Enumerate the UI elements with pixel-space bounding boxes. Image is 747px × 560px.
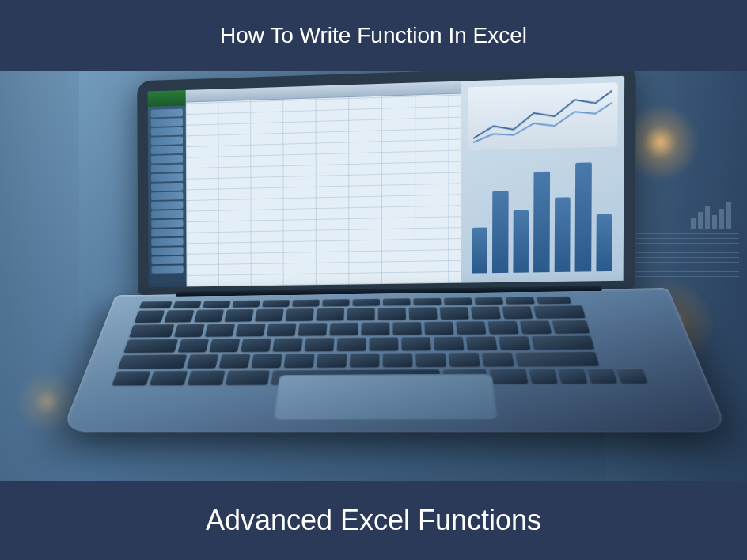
laptop-illustration	[109, 71, 675, 481]
screen-content	[148, 76, 625, 287]
laptop-deck	[61, 288, 729, 432]
bar-chart-icon	[467, 153, 617, 276]
laptop-screen	[137, 71, 636, 295]
spreadsheet-grid	[186, 81, 461, 287]
page-title: How To Write Function In Excel	[220, 23, 527, 48]
laptop-keyboard	[112, 295, 672, 385]
bg-mini-bars	[691, 198, 731, 229]
spreadsheet-sidebar	[148, 90, 187, 287]
bottom-banner: Advanced Excel Functions	[0, 481, 747, 560]
line-chart-icon	[468, 82, 618, 150]
grid-header	[186, 81, 461, 103]
laptop-trackpad	[273, 374, 499, 420]
footer-title: Advanced Excel Functions	[206, 504, 541, 537]
top-banner: How To Write Function In Excel	[0, 0, 747, 71]
chart-panel	[461, 76, 624, 283]
hero-image	[0, 71, 747, 481]
